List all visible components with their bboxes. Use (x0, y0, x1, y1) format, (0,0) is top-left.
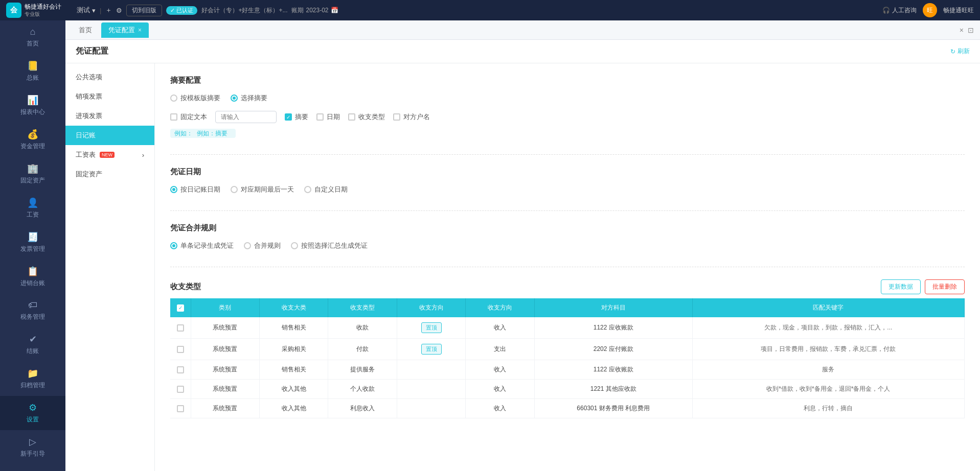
refresh-button[interactable]: ↻ 刷新 (950, 47, 970, 56)
voucher-date-title: 凭证日期 (170, 167, 965, 177)
radio-circle-select (231, 95, 238, 102)
table-select-all-checkbox[interactable]: ✓ (177, 304, 184, 312)
radio-period-last[interactable]: 对应期间最后一天 (231, 185, 294, 194)
row-category-4: 系统预置 (191, 380, 259, 399)
sidebar-item-settings[interactable]: ⚙ 设置 (0, 396, 65, 430)
row-type-2: 付款 (328, 339, 397, 360)
checkbox[interactable] (177, 324, 184, 332)
col-header-category: 类别 (191, 298, 259, 317)
left-nav-item-fixed-assets-sub[interactable]: 固定资产 (65, 164, 154, 184)
calendar-icon: 📅 (331, 7, 338, 14)
row-checkbox-1[interactable] (170, 317, 191, 339)
username-display[interactable]: 畅捷通旺旺 (943, 6, 974, 15)
table-row: 系统预置 收入其他 利息收入 收入 660301 财务费用 利息费用 利息，行转… (170, 399, 965, 418)
maximize-window-button[interactable]: ⊡ (968, 26, 974, 34)
sidebar-item-payroll[interactable]: 👤 工资 (0, 191, 65, 225)
radio-circle-journal-date (170, 186, 177, 193)
sidebar-item-fund-mgmt[interactable]: 💰 资金管理 (0, 123, 65, 157)
tab-voucher-config[interactable]: 凭证配置 × (101, 22, 149, 38)
tab-home[interactable]: 首页 (72, 22, 99, 38)
left-nav: 公共选项 销项发票 进项发票 日记账 工资表 NEW › (65, 63, 155, 471)
brand-icon: 会 (6, 3, 21, 18)
sidebar-item-general-ledger[interactable]: 📒 总账 (0, 54, 65, 88)
radio-journal-date[interactable]: 按日记账日期 (170, 185, 220, 194)
sidebar-item-purchase-sales[interactable]: 📋 进销台账 (0, 260, 65, 294)
row-tag-1[interactable]: 置顶 (397, 317, 465, 339)
radio-custom-date[interactable]: 自定义日期 (304, 185, 348, 194)
chevron-right-icon: › (142, 151, 144, 159)
switch-version-button[interactable]: 切到旧版 (126, 5, 162, 16)
tab-close-icon[interactable]: × (138, 27, 142, 34)
settings-icon: ⚙ (29, 402, 37, 413)
row-tag-2[interactable]: 置顶 (397, 339, 465, 360)
avatar[interactable]: 旺 (923, 3, 937, 17)
row-keywords-1: 欠款，现金，项目款，到款，报销款，汇入，... (692, 317, 964, 339)
divider-3 (170, 267, 965, 267)
radio-template-summary[interactable]: 按模板版摘要 (170, 93, 220, 103)
checkbox[interactable] (177, 386, 184, 393)
checkbox-summary[interactable]: ✓ 摘要 (285, 112, 308, 122)
row-type-4: 个人收款 (328, 380, 397, 399)
guide-icon: ▷ (29, 436, 36, 448)
left-nav-item-payroll-table[interactable]: 工资表 NEW › (65, 145, 154, 164)
merge-rules-title: 凭证合并规则 (170, 223, 965, 233)
row-checkbox-2[interactable] (170, 339, 191, 360)
radio-merge-rule[interactable]: 合并规则 (244, 241, 281, 250)
content-area: 首页 凭证配置 × × ⊡ 凭证配置 ↻ 刷新 公共选项 (65, 20, 980, 471)
income-expense-title: 收支类型 (170, 282, 201, 292)
radio-single-record[interactable]: 单条记录生成凭证 (170, 241, 234, 250)
checkbox-box-summary: ✓ (285, 113, 292, 121)
divider-1 (170, 154, 965, 155)
person-icon: 👤 (27, 197, 38, 208)
sidebar-item-settlement[interactable]: ✔ 结账 (0, 327, 65, 362)
sidebar-item-invoice-mgmt[interactable]: 🧾 发票管理 (0, 225, 65, 260)
pin-top-button-2[interactable]: 置顶 (421, 344, 442, 355)
row-checkbox-4[interactable] (170, 380, 191, 399)
sidebar-item-report-center[interactable]: 📊 报表中心 (0, 88, 65, 123)
sidebar-item-archive-mgmt[interactable]: 📁 归档管理 (0, 362, 65, 396)
left-nav-item-sales-invoice[interactable]: 销项发票 (65, 87, 154, 106)
sidebar-item-new-guide[interactable]: ▷ 新手引导 (0, 430, 65, 464)
checkbox[interactable] (177, 366, 184, 373)
row-checkbox-3[interactable] (170, 360, 191, 380)
human-consult-button[interactable]: 🎧 人工咨询 (882, 6, 917, 15)
left-nav-item-public[interactable]: 公共选项 (65, 67, 154, 87)
module-selector[interactable]: 测试 ▾ (77, 6, 96, 15)
folder-icon: 📁 (27, 368, 38, 379)
radio-summary-gen[interactable]: 按照选择汇总生成凭证 (291, 241, 368, 250)
row-main-type-2: 采购相关 (259, 339, 328, 360)
col-header-checkbox[interactable]: ✓ (170, 298, 191, 317)
fixed-text-input[interactable] (215, 111, 277, 123)
checkbox-counterpart-name[interactable]: 对方户名 (393, 112, 430, 122)
gear-icon[interactable]: ⚙ (116, 7, 122, 14)
left-nav-item-journal[interactable]: 日记账 (65, 126, 154, 145)
sidebar-item-tax-mgmt[interactable]: 🏷 税务管理 (0, 294, 65, 327)
pin-top-button-1[interactable]: 置顶 (421, 322, 442, 333)
checkbox-date[interactable]: 日期 (316, 112, 340, 122)
brand: 会 畅捷通好会计 专业版 (6, 3, 72, 18)
checkbox[interactable] (177, 405, 184, 412)
tab-actions: × ⊡ (960, 26, 974, 34)
row-checkbox-5[interactable] (170, 399, 191, 418)
batch-delete-button[interactable]: 批量删除 (925, 279, 965, 294)
main-layout: ⌂ 首页 📒 总账 📊 报表中心 💰 资金管理 🏢 固定资产 👤 工资 🧾 发票… (0, 20, 980, 471)
plus-icon[interactable]: ＋ (105, 6, 112, 15)
update-data-button[interactable]: 更新数据 (881, 279, 921, 294)
checkbox-income-expense-type[interactable]: 收支类型 (348, 112, 385, 122)
radio-circle-merge (244, 242, 251, 249)
col-header-subject-dir: 收支方向 (466, 298, 534, 317)
sidebar-item-home[interactable]: ⌂ 首页 (0, 20, 65, 54)
checkbox[interactable] (177, 346, 184, 353)
close-window-button[interactable]: × (960, 26, 964, 34)
radio-select-summary[interactable]: 选择摘要 (231, 93, 267, 103)
topbar-right: 🎧 人工咨询 旺 畅捷通旺旺 (882, 3, 974, 17)
row-subject-1: 1122 应收账款 (534, 317, 692, 339)
col-header-keywords: 匹配关键字 (692, 298, 964, 317)
income-expense-section: 收支类型 更新数据 批量删除 ✓ 类别 收支大类 收支类型 收支方向 收支方向 … (170, 279, 965, 418)
period-info: 账期 2023-02 📅 (291, 6, 338, 15)
sidebar-item-member[interactable]: ♛ 畅会员 (0, 464, 65, 471)
checkbox-fixed-text[interactable]: 固定文本 (170, 112, 207, 122)
sidebar-item-fixed-assets[interactable]: 🏢 固定资产 (0, 157, 65, 191)
divider-2 (170, 210, 965, 211)
left-nav-item-purchase-invoice[interactable]: 进项发票 (65, 106, 154, 126)
